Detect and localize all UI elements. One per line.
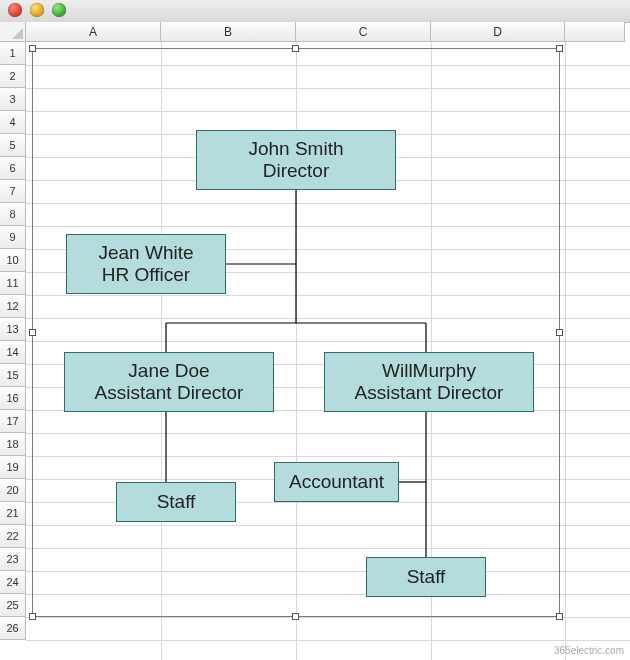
row-header[interactable]: 24 [0,571,26,594]
spreadsheet: A B C D 1 2 3 4 5 6 7 8 9 10 11 12 13 14… [0,22,630,660]
org-node-text: Jean White HR Officer [98,242,193,286]
row-header[interactable]: 4 [0,111,26,134]
row-header[interactable]: 2 [0,65,26,88]
col-header-e[interactable] [565,22,625,42]
org-node-text: Staff [157,491,196,513]
row-header[interactable]: 18 [0,433,26,456]
row-header[interactable]: 3 [0,88,26,111]
row-header[interactable]: 15 [0,364,26,387]
col-header-d[interactable]: D [431,22,565,42]
row-header[interactable]: 26 [0,617,26,640]
row-header[interactable]: 11 [0,272,26,295]
row-headers: 1 2 3 4 5 6 7 8 9 10 11 12 13 14 15 16 1… [0,42,26,640]
row-header[interactable]: 14 [0,341,26,364]
minimize-icon[interactable] [30,3,44,17]
col-header-c[interactable]: C [296,22,431,42]
org-node-hr[interactable]: Jean White HR Officer [66,234,226,294]
column-headers: A B C D [26,22,630,42]
org-node-text: Accountant [289,471,384,493]
org-node-text: Jane Doe Assistant Director [95,360,244,404]
row-header[interactable]: 9 [0,226,26,249]
row-header[interactable]: 22 [0,525,26,548]
col-header-b[interactable]: B [161,22,296,42]
row-header[interactable]: 13 [0,318,26,341]
org-chart-canvas: John Smith Director Jean White HR Office… [26,42,630,660]
row-header[interactable]: 25 [0,594,26,617]
org-node-staff-2[interactable]: Staff [366,557,486,597]
row-header[interactable]: 12 [0,295,26,318]
row-header[interactable]: 8 [0,203,26,226]
org-node-accountant[interactable]: Accountant [274,462,399,502]
traffic-lights [8,3,66,17]
row-header[interactable]: 17 [0,410,26,433]
window-titlebar [0,0,630,23]
row-header[interactable]: 7 [0,180,26,203]
org-node-staff-1[interactable]: Staff [116,482,236,522]
row-header[interactable]: 1 [0,42,26,65]
col-header-a[interactable]: A [26,22,161,42]
close-icon[interactable] [8,3,22,17]
org-node-text: Staff [407,566,446,588]
org-node-text: WillMurphy Assistant Director [355,360,504,404]
row-header[interactable]: 6 [0,157,26,180]
org-node-text: John Smith Director [248,138,343,182]
row-header[interactable]: 5 [0,134,26,157]
org-node-asst-director-2[interactable]: WillMurphy Assistant Director [324,352,534,412]
watermark: 365electric.com [554,645,624,656]
org-node-director[interactable]: John Smith Director [196,130,396,190]
row-header[interactable]: 20 [0,479,26,502]
row-header[interactable]: 16 [0,387,26,410]
row-header[interactable]: 10 [0,249,26,272]
row-header[interactable]: 23 [0,548,26,571]
org-node-asst-director-1[interactable]: Jane Doe Assistant Director [64,352,274,412]
zoom-icon[interactable] [52,3,66,17]
select-all-corner[interactable] [0,22,26,42]
row-header[interactable]: 19 [0,456,26,479]
row-header[interactable]: 21 [0,502,26,525]
